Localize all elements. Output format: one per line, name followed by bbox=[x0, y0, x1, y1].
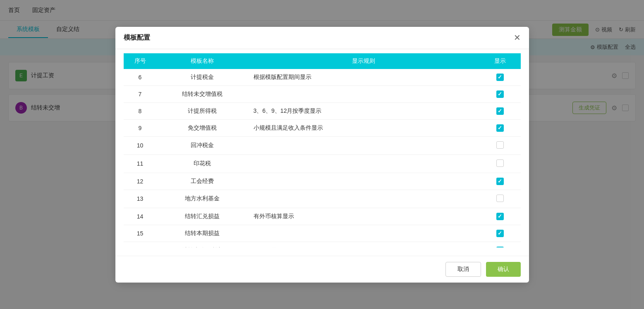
cell-checkbox bbox=[479, 225, 521, 242]
row-checkbox[interactable] bbox=[496, 247, 504, 247]
cell-id: 15 bbox=[124, 225, 157, 242]
cell-name: 工会经费 bbox=[157, 173, 248, 190]
cell-rule bbox=[248, 154, 479, 173]
cell-checkbox bbox=[479, 208, 521, 225]
table-row: 16结转未分配利润12月份显示 bbox=[124, 242, 521, 247]
table-row: 7结转未交增值税 bbox=[124, 86, 521, 102]
cell-name: 结转未交增值税 bbox=[157, 86, 248, 102]
cell-checkbox bbox=[479, 102, 521, 119]
modal-header: 模板配置 ✕ bbox=[115, 27, 529, 49]
row-checkbox[interactable] bbox=[496, 141, 504, 149]
row-checkbox[interactable] bbox=[496, 107, 504, 115]
cell-name: 免交增值税 bbox=[157, 119, 248, 136]
cell-name: 结转汇兑损益 bbox=[157, 208, 248, 225]
col-header-name: 模板名称 bbox=[157, 53, 248, 69]
cell-rule bbox=[248, 173, 479, 190]
row-checkbox[interactable] bbox=[496, 74, 504, 81]
modal-table: 序号 模板名称 显示规则 显示 6计提税金根据模版配置期间显示7结转未交增值税8… bbox=[124, 53, 521, 247]
cell-rule bbox=[248, 86, 479, 102]
modal-template-config: 模板配置 ✕ 序号 模板名称 显示规则 显示 6计提税金根据模版配置期间显 bbox=[115, 27, 529, 283]
row-checkbox[interactable] bbox=[496, 178, 504, 185]
cell-checkbox bbox=[479, 119, 521, 136]
cell-id: 13 bbox=[124, 190, 157, 208]
table-row: 8计提所得税3、6、9、12月按季度显示 bbox=[124, 102, 521, 119]
cell-rule bbox=[248, 190, 479, 208]
cancel-button[interactable]: 取消 bbox=[445, 262, 481, 277]
cell-id: 14 bbox=[124, 208, 157, 225]
cell-rule: 根据模版配置期间显示 bbox=[248, 69, 479, 86]
cell-id: 16 bbox=[124, 242, 157, 247]
table-row: 6计提税金根据模版配置期间显示 bbox=[124, 69, 521, 86]
col-header-id: 序号 bbox=[124, 53, 157, 69]
cell-checkbox bbox=[479, 86, 521, 102]
modal-body: 序号 模板名称 显示规则 显示 6计提税金根据模版配置期间显示7结转未交增值税8… bbox=[115, 49, 529, 256]
modal-scroll-wrapper[interactable]: 序号 模板名称 显示规则 显示 6计提税金根据模版配置期间显示7结转未交增值税8… bbox=[124, 49, 521, 247]
cell-id: 10 bbox=[124, 136, 157, 154]
row-checkbox[interactable] bbox=[496, 90, 504, 98]
table-row: 9免交增值税小规模且满足收入条件显示 bbox=[124, 119, 521, 136]
row-checkbox[interactable] bbox=[496, 230, 504, 237]
cell-checkbox bbox=[479, 173, 521, 190]
cell-checkbox bbox=[479, 69, 521, 86]
table-row: 12工会经费 bbox=[124, 173, 521, 190]
cell-checkbox bbox=[479, 136, 521, 154]
modal-title: 模板配置 bbox=[124, 33, 150, 42]
cell-name: 印花税 bbox=[157, 154, 248, 173]
table-row: 13地方水利基金 bbox=[124, 190, 521, 208]
modal-overlay: 模板配置 ✕ 序号 模板名称 显示规则 显示 6计提税金根据模版配置期间显 bbox=[0, 0, 644, 309]
cell-rule bbox=[248, 136, 479, 154]
table-row: 14结转汇兑损益有外币核算显示 bbox=[124, 208, 521, 225]
row-checkbox[interactable] bbox=[496, 124, 504, 132]
cell-rule: 3、6、9、12月按季度显示 bbox=[248, 102, 479, 119]
modal-footer: 取消 确认 bbox=[115, 256, 529, 283]
table-row: 15结转本期损益 bbox=[124, 225, 521, 242]
cell-checkbox bbox=[479, 242, 521, 247]
row-checkbox[interactable] bbox=[496, 213, 504, 220]
confirm-button[interactable]: 确认 bbox=[486, 262, 521, 277]
cell-name: 回冲税金 bbox=[157, 136, 248, 154]
cell-id: 8 bbox=[124, 102, 157, 119]
cell-rule bbox=[248, 225, 479, 242]
modal-close-button[interactable]: ✕ bbox=[514, 33, 521, 42]
cell-id: 6 bbox=[124, 69, 157, 86]
cell-rule: 12月份显示 bbox=[248, 242, 479, 247]
cell-name: 结转未分配利润 bbox=[157, 242, 248, 247]
cell-name: 结转本期损益 bbox=[157, 225, 248, 242]
cell-rule: 有外币核算显示 bbox=[248, 208, 479, 225]
cell-id: 11 bbox=[124, 154, 157, 173]
table-row: 11印花税 bbox=[124, 154, 521, 173]
cell-checkbox bbox=[479, 190, 521, 208]
cell-name: 计提税金 bbox=[157, 69, 248, 86]
row-checkbox[interactable] bbox=[496, 159, 504, 167]
col-header-rule: 显示规则 bbox=[248, 53, 479, 69]
row-checkbox[interactable] bbox=[496, 195, 504, 202]
col-header-show: 显示 bbox=[479, 53, 521, 69]
cell-checkbox bbox=[479, 154, 521, 173]
cell-id: 12 bbox=[124, 173, 157, 190]
cell-id: 9 bbox=[124, 119, 157, 136]
cell-name: 计提所得税 bbox=[157, 102, 248, 119]
table-row: 10回冲税金 bbox=[124, 136, 521, 154]
table-header-row: 序号 模板名称 显示规则 显示 bbox=[124, 53, 521, 69]
cell-id: 7 bbox=[124, 86, 157, 102]
cell-rule: 小规模且满足收入条件显示 bbox=[248, 119, 479, 136]
cell-name: 地方水利基金 bbox=[157, 190, 248, 208]
